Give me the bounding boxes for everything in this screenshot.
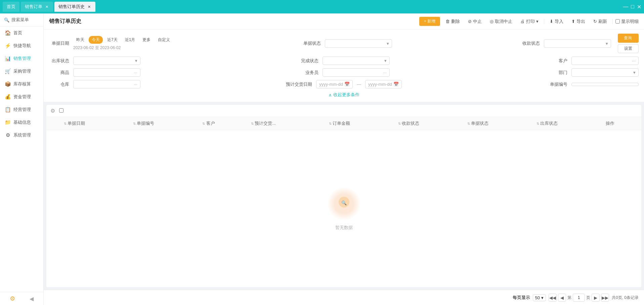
completion-status-select[interactable]: ▾ [323,56,390,65]
th-date[interactable]: ⇅ 单据日期 [60,117,129,130]
add-button[interactable]: + 新增 [419,17,440,26]
delete-icon: 🗑 [445,19,450,24]
refresh-icon: ↻ [593,19,597,24]
sidebar-item-finance[interactable]: 💰 资金管理 [0,90,43,103]
table-settings-icon[interactable]: ⚙ [50,108,55,114]
customer-dots-icon[interactable]: ··· [632,58,636,63]
settings-filter-button[interactable]: 设置 [618,44,639,53]
expected-date-start-input[interactable]: yyyy-mm-dd 📅 [316,80,353,88]
sidebar-item-operations[interactable]: 📋 经营管理 [0,103,43,116]
date-btn-yesterday[interactable]: 昨天 [73,36,87,44]
date-btn-7days[interactable]: 近7天 [104,36,121,44]
date-range-label: 单据日期 [49,40,69,46]
pagination: 每页显示 50 ▾ ◀◀ ◀ 第 页 ▶ ▶▶ [44,290,644,305]
th-order-status[interactable]: ⇅ 单据状态 [463,117,532,130]
minimize-icon[interactable]: — [623,4,628,10]
close-icon[interactable]: ✕ [637,4,641,10]
sidebar-collapse-icon[interactable]: ◀ [30,296,34,302]
order-status-label: 单据状态 [301,40,321,46]
select-all-checkbox[interactable] [59,108,63,113]
first-page-button[interactable]: ◀◀ [549,294,557,302]
sidebar-item-inventory[interactable]: 📦 库存核算 [0,78,43,90]
th-payment-status-label: 收款状态 [402,121,419,126]
sidebar-item-system[interactable]: ⚙ 系统管理 [0,129,43,142]
warehouse-input[interactable]: ··· [73,80,140,88]
prev-page-button[interactable]: ◀ [558,294,566,302]
sidebar-item-quick-nav[interactable]: ⚡ 快捷导航 [0,39,43,52]
sidebar-item-sales[interactable]: 📊 销售管理 [0,52,43,65]
import-icon: ⬇ [550,19,553,24]
completion-status-arrow-icon: ▾ [384,58,387,63]
tab-sales-order[interactable]: 销售订单 ✕ [21,2,53,12]
customer-input[interactable]: ··· [571,56,639,65]
quick-nav-icon: ⚡ [5,43,11,49]
sidebar-item-purchase[interactable]: 🛒 采购管理 [0,65,43,78]
page-number-input[interactable] [573,294,585,302]
display-detail-label: 显示明细 [621,18,639,25]
th-delivery-status[interactable]: ⇅ 出库状态 [532,117,602,130]
filter-row-2: 出库状态 ▾ 完成状态 ▾ 客户 ··· [49,56,639,65]
date-btn-more[interactable]: 更多 [139,36,154,44]
filter-row-4: 仓库 ··· 预计交货日期 yyyy-mm-dd 📅 — yyyy-mm-dd … [49,80,639,88]
display-detail-toggle[interactable]: 显示明细 [615,18,639,25]
date-btn-custom[interactable]: 自定义 [155,36,173,44]
collapse-button[interactable]: ∧ 收起更多条件 [329,92,359,98]
department-select[interactable]: ▾ [571,68,639,77]
display-detail-checkbox[interactable] [615,19,620,24]
th-order-status-label: 单据状态 [471,121,488,126]
sidebar-item-quick-nav-label: 快捷导航 [13,43,31,49]
maximize-icon[interactable]: □ [631,4,634,10]
th-date-sort-icon: ⇅ [64,122,67,125]
expected-date-end-input[interactable]: yyyy-mm-dd 📅 [365,80,402,88]
delete-button[interactable]: 🗑 删除 [443,17,463,26]
th-amount-sort-icon: ⇅ [329,122,332,125]
warehouse-dots-icon[interactable]: ··· [134,82,137,87]
home-icon: 🏠 [5,30,11,36]
sidebar-search[interactable]: 🔍 搜索菜单 [0,13,43,27]
goods-input[interactable]: ··· [73,68,140,77]
delivery-status-label: 出库状态 [49,58,69,64]
salesperson-input[interactable]: ··· [323,68,390,77]
th-amount[interactable]: ⇅ 订单金额 [325,117,394,130]
order-number-input[interactable] [571,83,639,86]
th-customer[interactable]: ⇅ 客户 [198,117,247,130]
table-header: ⇅ 单据日期 ⇅ 单据编号 ⇅ 客户 ⇅ 预计交 [46,117,641,130]
delivery-status-select[interactable]: ▾ [73,56,140,65]
tab-sales-order-history[interactable]: 销售订单历史 ✕ [54,2,95,12]
sidebar-settings-icon[interactable]: ⚙ [10,295,15,302]
tab-home[interactable]: 首页 [3,2,19,12]
print-label: 打印 [526,18,535,25]
date-btn-today[interactable]: 今天 [89,36,103,44]
export-button[interactable]: ⬆ 导出 [569,17,588,26]
order-status-select[interactable]: ▾ [325,39,392,48]
tab-sales-order-history-close[interactable]: ✕ [87,4,91,9]
page-size-select[interactable]: 50 ▾ [533,294,546,301]
cancel-stop-icon: ◎ [490,19,493,24]
refresh-label: 刷新 [598,18,607,25]
print-arrow-icon: ▾ [536,19,539,24]
import-button[interactable]: ⬇ 导入 [547,17,566,26]
th-payment-status[interactable]: ⇅ 收款状态 [394,117,463,130]
th-select [46,117,60,130]
cancel-stop-button[interactable]: ◎ 取消中止 [487,17,515,26]
refresh-button[interactable]: ↻ 刷新 [591,17,610,26]
th-number[interactable]: ⇅ 单据编号 [129,117,198,130]
tab-sales-order-close[interactable]: ✕ [44,4,49,9]
next-page-button[interactable]: ▶ [592,294,600,302]
expected-date-start-placeholder: yyyy-mm-dd [319,82,343,87]
collapse-label: 收起更多条件 [333,92,359,98]
salesperson-dots-icon[interactable]: ··· [383,70,387,75]
last-page-button[interactable]: ▶▶ [601,294,609,302]
print-button[interactable]: 🖨 打印 ▾ [518,17,541,26]
stop-button[interactable]: ⊘ 中止 [465,17,484,26]
base-info-icon: 📁 [5,119,11,125]
date-btn-1month[interactable]: 近1月 [122,36,138,44]
sidebar-item-home[interactable]: 🏠 首页 [0,27,43,39]
query-button[interactable]: 查询 [618,34,639,43]
goods-dots-icon[interactable]: ··· [134,70,137,75]
sidebar-item-base-info[interactable]: 📁 基础信息 [0,116,43,129]
system-icon: ⚙ [5,132,11,138]
order-status-arrow-icon: ▾ [387,41,389,46]
th-expected-delivery[interactable]: ⇅ 预计交货... [247,117,325,130]
payment-status-select[interactable]: ▾ [544,39,611,48]
